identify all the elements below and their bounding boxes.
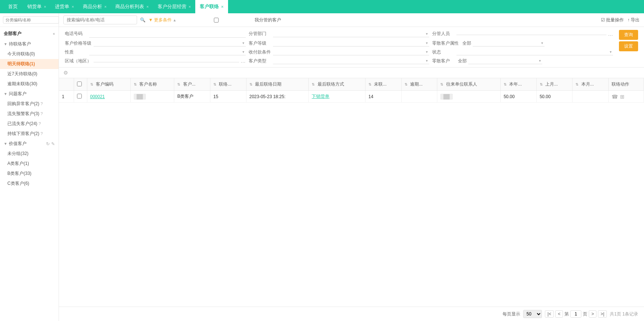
col-action: 联络动作 — [609, 78, 644, 91]
sidebar-item-declining[interactable]: 持续下滑客户(2) ? — [0, 129, 59, 139]
close-tab-3-icon[interactable]: × — [146, 4, 148, 9]
sidebar-item-ungroup[interactable]: 未分组(32) — [0, 149, 59, 159]
col-code: ⇅ 客户编码 — [87, 78, 130, 91]
sort-icon-10[interactable]: ⇅ — [504, 82, 507, 86]
sidebar-group-pending[interactable]: ▼ 待联络客户 — [0, 39, 59, 49]
dots-icon-manager[interactable]: … — [608, 31, 613, 37]
close-tab-1-icon[interactable]: × — [71, 4, 74, 9]
close-tab-2-icon[interactable]: × — [104, 4, 106, 9]
sort-icon-8[interactable]: ⇅ — [405, 82, 407, 86]
nav-tab-3[interactable]: 商品分析列表 × — [111, 0, 153, 13]
filter-more-btn[interactable]: ▼ 更多条件 ▲ — [148, 17, 176, 23]
sort-icon-3[interactable]: ⇅ — [177, 82, 180, 86]
field-dept: 分管部门 ▾ — [249, 31, 430, 37]
sort-icon-6[interactable]: ⇅ — [312, 82, 315, 86]
sort-icon-7[interactable]: ⇅ — [368, 82, 371, 86]
batch-operation-btn[interactable]: ☑ 批量操作 — [601, 17, 624, 23]
filter-right-actions: ☑ 批量操作 ↑ 导出 — [601, 17, 640, 23]
sidebar-item-7days[interactable]: 近7天待联络(0) — [0, 69, 59, 79]
sort-icon-5[interactable]: ⇅ — [249, 82, 252, 86]
row-checkbox[interactable] — [77, 94, 82, 99]
contact-icon[interactable]: ☎ — [612, 94, 618, 100]
sidebar-group-problem[interactable]: ▼ 问题客户 — [0, 89, 59, 99]
sidebar-group-value[interactable]: ▼ 价值客户 ↻ ✎ — [0, 139, 59, 149]
main-search-icon[interactable]: 🔍 — [140, 17, 146, 23]
dots-icon-region[interactable]: … — [241, 58, 246, 64]
cell-last-method[interactable]: 下销货单 — [309, 91, 365, 103]
sort-icon-9[interactable]: ⇅ — [440, 82, 443, 86]
field-retail-value: 全部 — [458, 58, 467, 64]
close-tab-4-icon[interactable]: × — [189, 4, 191, 9]
content-area: 🔍 ▼ 更多条件 ▲ 我分管的客户 ☑ 批量操作 ↑ 导出 — [59, 13, 644, 321]
field-cust-type-select[interactable]: ▾ — [273, 58, 430, 64]
sidebar-item-lost[interactable]: 已流失客户(24) ? — [0, 119, 59, 129]
chevron-down-icon-9: ▾ — [539, 59, 541, 63]
edit-icon[interactable]: ✎ — [51, 141, 55, 146]
cell-last-date: 2023-05-23 18:25: — [246, 91, 309, 103]
refresh-icon[interactable]: ↻ — [46, 141, 50, 146]
select-all-checkbox[interactable] — [77, 82, 82, 86]
sort-icon-4[interactable]: ⇅ — [213, 82, 216, 86]
next-page-btn[interactable]: > — [589, 310, 596, 318]
filter-bar: 🔍 ▼ 更多条件 ▲ 我分管的客户 ☑ 批量操作 ↑ 导出 — [59, 13, 644, 27]
close-tab-5-icon[interactable]: × — [221, 4, 223, 9]
query-button[interactable]: 查询 — [619, 30, 638, 40]
page-size-select[interactable]: 50 100 200 — [523, 310, 542, 318]
field-status: 状态 ▾ — [432, 49, 613, 55]
sidebar-item-bclass[interactable]: B类客户(33) — [0, 169, 59, 179]
field-price-level-select[interactable]: ▾ — [94, 40, 246, 46]
nav-tab-4[interactable]: 客户分层经营 × — [153, 0, 195, 13]
cell-overdue — [401, 91, 437, 103]
sidebar-item-lostwarning[interactable]: 流失预警客户(3) ? — [0, 109, 59, 119]
field-retail-select[interactable]: ▾ — [468, 58, 542, 64]
field-status-select[interactable]: ▾ — [456, 49, 613, 55]
export-btn[interactable]: ↑ 导出 — [627, 17, 640, 23]
page-number-input[interactable] — [570, 310, 581, 318]
field-retail: 零散客户 全部 ▾ — [432, 58, 613, 64]
nav-tab-0[interactable]: 销货单 × — [23, 0, 50, 13]
sidebar-content: 全部客户 « ▼ 待联络客户 今天待联络(0) 明天待联络(1) 近7天待联络(… — [0, 27, 59, 321]
close-tab-0-icon[interactable]: × — [44, 4, 46, 9]
nav-tab-2[interactable]: 商品分析 × — [78, 0, 111, 13]
prev-page-btn[interactable]: < — [555, 310, 563, 318]
table-header-row: ⇅ 客户编码 ⇅ 客户名称 ⇅ 客户... ⇅ — [59, 78, 644, 91]
cell-code[interactable]: 000021 — [87, 91, 130, 103]
sidebar-value-icons: ↻ ✎ — [46, 141, 55, 146]
settings-button[interactable]: 设置 — [619, 41, 638, 51]
sort-icon-12[interactable]: ⇅ — [575, 82, 578, 86]
field-payment-label: 收付款条件 — [249, 49, 271, 55]
grid-icon[interactable]: ⊞ — [620, 94, 624, 100]
sidebar-item-cclass[interactable]: C类客户(6) — [0, 179, 59, 189]
main-search-input[interactable] — [63, 15, 137, 24]
export-icon: ↑ — [627, 17, 630, 23]
sort-icon-11[interactable]: ⇅ — [540, 82, 543, 86]
sidebar-item-abnormal[interactable]: 回购异常客户(2) ? — [0, 99, 59, 109]
field-nature-select[interactable]: ▾ — [89, 49, 246, 55]
sidebar-item-overdue[interactable]: 逾期未联络(30) — [0, 79, 59, 89]
field-retail-attr-select[interactable]: ▾ — [473, 40, 544, 46]
first-page-btn[interactable]: |< — [545, 310, 554, 318]
sidebar-item-tomorrow[interactable]: 明天待联络(1) — [0, 59, 59, 69]
field-dept-select[interactable]: ▾ — [273, 31, 430, 37]
field-phone-input[interactable] — [89, 30, 246, 38]
adv-filter-row-2: 客户价格等级 ▾ 客户等级 ▾ — [65, 40, 613, 46]
nav-home[interactable]: 首页 — [3, 0, 23, 13]
sort-icon[interactable]: ⇅ — [90, 82, 93, 86]
nav-tab-5[interactable]: 客户联络 × — [195, 0, 228, 13]
nav-tab-1[interactable]: 进货单 × — [50, 0, 78, 13]
top-nav: 首页 销货单 × 进货单 × 商品分析 × 商品分析列表 × 客户分层经营 × … — [0, 0, 644, 13]
sidebar-item-today[interactable]: 今天待联络(0) — [0, 49, 59, 59]
sidebar-item-aclass[interactable]: A类客户(1) — [0, 159, 59, 169]
sidebar-search-input[interactable] — [3, 16, 59, 24]
sort-icon-2[interactable]: ⇅ — [134, 82, 137, 86]
my-customers-filter[interactable]: 我分管的客户 — [179, 17, 281, 23]
chevron-down-icon-8: ▾ — [426, 59, 428, 63]
cell-uncontacted: 14 — [365, 91, 401, 103]
table-settings-icon[interactable]: ⚙ — [63, 70, 68, 76]
sidebar-all-customers[interactable]: 全部客户 « — [0, 28, 59, 39]
field-region-label: 区域（地区） — [65, 58, 91, 64]
last-page-btn[interactable]: >| — [598, 310, 607, 318]
field-payment-select[interactable]: ▾ — [273, 49, 430, 55]
my-customers-checkbox[interactable] — [179, 18, 253, 23]
field-cust-level-select[interactable]: ▾ — [273, 40, 430, 46]
